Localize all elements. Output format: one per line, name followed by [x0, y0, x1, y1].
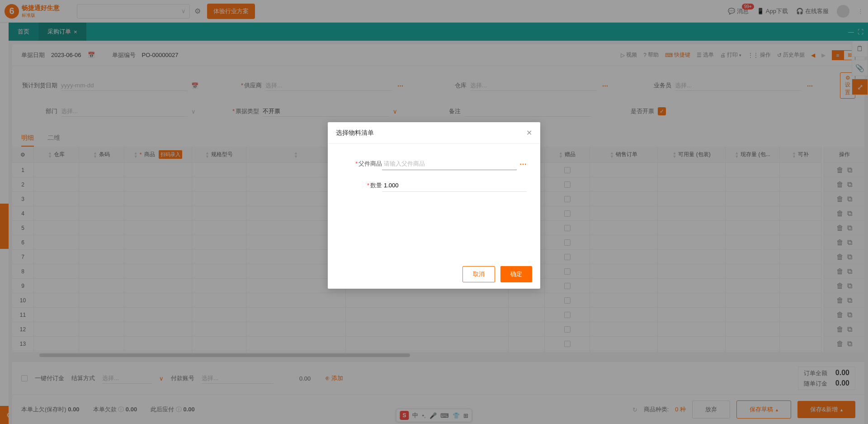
material-list-modal: 选择物料清单 ✕ *父件商品 ⋯ *数量 取消 确定	[328, 122, 540, 289]
modal-title: 选择物料清单	[336, 129, 374, 137]
qty-input[interactable]	[382, 179, 527, 192]
cancel-button[interactable]: 取消	[462, 266, 495, 282]
parent-product-label: *父件商品	[341, 160, 382, 168]
confirm-button[interactable]: 确定	[500, 266, 532, 282]
close-icon[interactable]: ✕	[526, 129, 532, 137]
qty-label: *数量	[341, 181, 382, 190]
modal-overlay: 选择物料清单 ✕ *父件商品 ⋯ *数量 取消 确定	[0, 0, 868, 424]
more-icon[interactable]: ⋯	[519, 160, 527, 168]
parent-product-input[interactable]	[382, 157, 517, 170]
